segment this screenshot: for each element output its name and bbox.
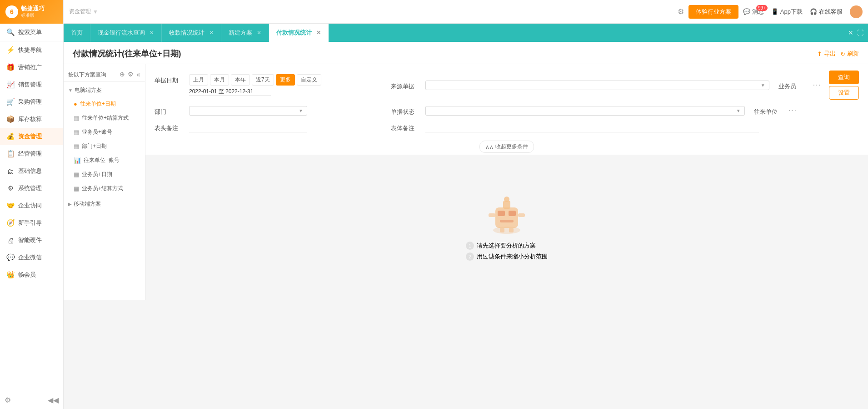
empty-state: 1 请先选择要分析的方案 2 用过滤条件来缩小分析范围 bbox=[448, 173, 566, 282]
query-button[interactable]: 查询 bbox=[829, 71, 859, 84]
breadcrumb-text: 资金管理 bbox=[69, 8, 91, 15]
sidebar-item-guide[interactable]: 🧭 新手引导 bbox=[0, 214, 63, 232]
date-btn-last-month[interactable]: 上月 bbox=[189, 74, 208, 86]
scheme-item-dept-date[interactable]: ▦ 部门+日期 bbox=[64, 139, 145, 153]
main-area: 资金管理 ▼ ⚙ 体验行业方案 💬 消息 99+ 📱 App下载 🎧 在线客服 … bbox=[64, 0, 868, 409]
mobile-section-header[interactable]: ▶ 移动端方案 bbox=[64, 197, 145, 211]
tab-new[interactable]: 新建方案 ✕ bbox=[221, 24, 269, 42]
refresh-button[interactable]: ↻ 刷新 bbox=[840, 50, 859, 58]
scheme-item-label-3: 部门+日期 bbox=[82, 142, 107, 150]
sidebar: 6 畅捷通巧 标准版 🔍 搜索菜单 ⚡ 快捷导航 🎁 营销推广 📈 销售管理 🛒… bbox=[0, 0, 64, 409]
date-btn-this-month[interactable]: 本月 bbox=[210, 74, 229, 86]
svg-rect-3 bbox=[509, 211, 516, 216]
settings-footer-icon[interactable]: ⚙ bbox=[5, 396, 11, 404]
date-btn-more[interactable]: 更多 bbox=[276, 74, 295, 86]
empty-tip-1: 1 请先选择要分析的方案 bbox=[466, 242, 548, 250]
body-note-input[interactable] bbox=[425, 122, 759, 132]
desktop-scheme-section: ▼ 电脑端方案 ● 往来单位+日期 ▦ 往来单位+结算方式 ▦ bbox=[64, 84, 145, 196]
dept-select[interactable]: ▼ bbox=[189, 106, 307, 116]
tab-expand-icon[interactable]: ⛶ bbox=[857, 29, 863, 36]
right-panel: 单据日期 上月 本月 本年 近7天 更多 自定义 bbox=[145, 64, 868, 300]
sidebar-item-marketing[interactable]: 🎁 营销推广 bbox=[0, 59, 63, 76]
docstatus-select[interactable]: ▼ bbox=[425, 106, 745, 116]
sidebar-item-member[interactable]: 👑 畅会员 bbox=[0, 266, 63, 283]
sidebar-item-quicknav[interactable]: ⚡ 快捷导航 bbox=[0, 41, 63, 59]
logo-icon: 6 bbox=[5, 5, 18, 18]
scheme-item-label-2: 业务员+账号 bbox=[82, 128, 112, 136]
tab-home[interactable]: 首页 bbox=[64, 24, 90, 42]
sidebar-item-search[interactable]: 🔍 搜索菜单 bbox=[0, 24, 63, 41]
sidebar-item-sales[interactable]: 📈 销售管理 bbox=[0, 76, 63, 93]
sidebar-item-purchase[interactable]: 🛒 采购管理 bbox=[0, 93, 63, 111]
desktop-section-header[interactable]: ▼ 电脑端方案 bbox=[64, 84, 145, 97]
scheme-item-partner-date[interactable]: ● 往来单位+日期 bbox=[64, 97, 145, 111]
tab-new-close[interactable]: ✕ bbox=[257, 30, 261, 36]
sidebar-item-operation[interactable]: 📋 经营管理 bbox=[0, 145, 63, 162]
empty-state-icon bbox=[484, 192, 529, 237]
user-avatar[interactable] bbox=[850, 5, 863, 18]
online-service-button[interactable]: 🎧 在线客服 bbox=[810, 8, 843, 16]
scheme-item-staff-date[interactable]: ▦ 业务员+日期 bbox=[64, 167, 145, 182]
app-download-button[interactable]: 📱 App下载 bbox=[771, 8, 803, 16]
mobile-section-arrow: ▶ bbox=[68, 202, 72, 207]
source-select[interactable]: ▼ bbox=[425, 81, 769, 90]
scheme-collapse-icon[interactable]: « bbox=[136, 71, 140, 79]
hardware-icon: 🖨 bbox=[6, 237, 15, 244]
scheme-panel-header: 按以下方案查询 ⊕ ⚙ « bbox=[64, 68, 145, 82]
scheme-item-staff-account[interactable]: ▦ 业务员+账号 bbox=[64, 125, 145, 139]
sidebar-item-basic[interactable]: 🗂 基础信息 bbox=[0, 162, 63, 180]
scheme-item-label-5: 业务员+日期 bbox=[82, 171, 112, 178]
service-icon: 🎧 bbox=[810, 8, 817, 15]
scheme-item-staff-settle[interactable]: ▦ 业务员+结算方式 bbox=[64, 182, 145, 196]
staff-dots-btn[interactable]: ··· bbox=[813, 81, 822, 89]
operation-icon: 📋 bbox=[6, 150, 15, 158]
sidebar-item-wechat[interactable]: 💬 企业微信 bbox=[0, 249, 63, 266]
header-note-input[interactable] bbox=[189, 122, 307, 132]
filter-collapse-row: ∧∧ 收起更多条件 bbox=[155, 137, 859, 155]
trial-button[interactable]: 体验行业方案 bbox=[688, 5, 738, 19]
scheme-item-icon-2: ▦ bbox=[74, 129, 79, 136]
partner-dots-btn[interactable]: ··· bbox=[788, 106, 797, 115]
setting-button[interactable]: 设置 bbox=[829, 86, 859, 100]
sidebar-item-finance[interactable]: 💰 资金管理 bbox=[0, 128, 63, 145]
finance-icon: 💰 bbox=[6, 132, 15, 141]
collapse-button[interactable]: ∧∧ 收起更多条件 bbox=[479, 141, 534, 153]
tab-receipt[interactable]: 收款情况统计 ✕ bbox=[162, 24, 221, 42]
sidebar-item-inventory[interactable]: 📦 库存核算 bbox=[0, 111, 63, 128]
basic-icon: 🗂 bbox=[6, 167, 15, 175]
export-button[interactable]: ⬆ 导出 bbox=[817, 50, 836, 58]
message-icon: 💬 bbox=[743, 8, 750, 15]
date-range-input[interactable] bbox=[189, 87, 271, 96]
scheme-settings-icon[interactable]: ⚙ bbox=[128, 71, 134, 79]
scheme-item-icon-6: ▦ bbox=[74, 185, 79, 192]
docstatus-filter-group: 单据状态 ▼ bbox=[391, 105, 745, 116]
partner-filter-group: 往来单位 ··· bbox=[754, 105, 797, 116]
sidebar-search-label: 搜索菜单 bbox=[18, 28, 42, 36]
collapse-sidebar-icon[interactable]: ◀◀ bbox=[48, 396, 59, 404]
scheme-panel-icons: ⊕ ⚙ « bbox=[120, 71, 140, 79]
scheme-item-partner-settle[interactable]: ▦ 往来单位+结算方式 bbox=[64, 111, 145, 125]
tip-num-2: 2 bbox=[466, 252, 474, 261]
sidebar-item-cooperation[interactable]: 🤝 企业协同 bbox=[0, 197, 63, 214]
date-btn-this-year[interactable]: 本年 bbox=[231, 74, 250, 86]
breadcrumb-chevron: ▼ bbox=[93, 9, 98, 15]
message-button[interactable]: 💬 消息 99+ bbox=[743, 8, 764, 16]
tab-close-all-icon[interactable]: ✕ bbox=[848, 29, 853, 36]
tab-bank[interactable]: 现金银行流水查询 ✕ bbox=[90, 24, 162, 42]
tab-bank-close[interactable]: ✕ bbox=[150, 30, 154, 36]
scheme-item-partner-account[interactable]: 📊 往来单位+账号 bbox=[64, 153, 145, 167]
scheme-item-icon-5: ▦ bbox=[74, 171, 79, 178]
tab-payment[interactable]: 付款情况统计 ✕ bbox=[269, 24, 329, 42]
tab-payment-close[interactable]: ✕ bbox=[316, 30, 321, 36]
sidebar-item-hardware[interactable]: 🖨 智能硬件 bbox=[0, 232, 63, 249]
date-btn-7days[interactable]: 近7天 bbox=[252, 74, 274, 86]
scheme-add-icon[interactable]: ⊕ bbox=[120, 71, 125, 79]
sidebar-item-system[interactable]: ⚙ 系统管理 bbox=[0, 180, 63, 197]
svg-rect-7 bbox=[489, 213, 495, 217]
tab-actions: ✕ ⛶ bbox=[843, 24, 868, 42]
page-title: 付款情况统计(往来单位+日期) bbox=[73, 48, 181, 59]
date-btn-custom[interactable]: 自定义 bbox=[297, 74, 321, 86]
topbar-settings-icon[interactable]: ⚙ bbox=[678, 7, 684, 16]
date-filter-group: 单据日期 上月 本月 本年 近7天 更多 自定义 bbox=[155, 74, 391, 96]
tab-receipt-close[interactable]: ✕ bbox=[209, 30, 214, 36]
